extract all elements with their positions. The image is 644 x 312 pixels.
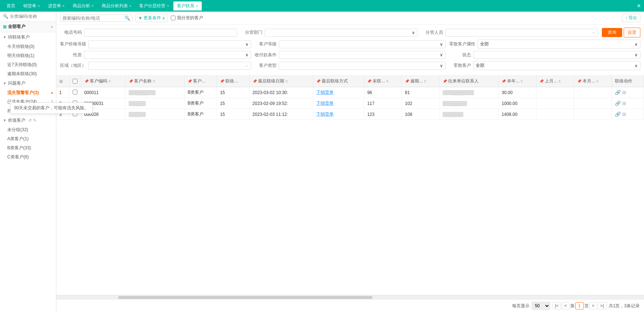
next-page-button[interactable]: >: [589, 302, 597, 309]
pin-name-icon: 📌: [129, 79, 133, 83]
filter-select-person[interactable]: ···: [445, 29, 598, 37]
my-customers-checkbox[interactable]: [171, 16, 176, 20]
filter-select-nature[interactable]: ∨: [84, 51, 251, 59]
filter-label-status: 状态: [449, 52, 471, 58]
horizontal-scrollbar[interactable]: [56, 295, 644, 299]
nav-tab-salesorder[interactable]: 销货单 ×: [20, 1, 44, 11]
sidebar-group-problem[interactable]: ▼ 问题客户: [0, 78, 56, 88]
sidebar-group-value[interactable]: ▼ 价值客户 ↺ ✎: [0, 116, 56, 125]
sidebar-item-ungrouped[interactable]: 未分组(32): [0, 125, 56, 134]
action-link-1[interactable]: 🔗: [615, 90, 621, 95]
last-method-link-3[interactable]: 下销货单: [316, 112, 334, 117]
sort-lastmonth-icon[interactable]: ⇅: [558, 80, 561, 83]
col-thisyear: 📌 本年... ⇅: [499, 76, 536, 87]
cell-check-1: [69, 87, 81, 98]
filter-select-scattercustomer[interactable]: 全部 ∨: [473, 61, 640, 70]
search-input[interactable]: [63, 16, 123, 21]
current-page-number: 1: [575, 302, 584, 309]
sidebar-search-input[interactable]: [10, 14, 56, 19]
sidebar-item-7days[interactable]: 近7天待联络(0): [0, 60, 56, 69]
col-lastmethod: 📌 最后联络方式: [313, 76, 364, 87]
export-icon: ↑: [625, 16, 627, 21]
nav-home[interactable]: 首页: [3, 1, 19, 11]
filter-select-status[interactable]: ∨: [473, 51, 640, 59]
filter-select-region[interactable]: ···: [88, 62, 251, 70]
top-nav: 首页 销货单 × 进货单 × 商品分析 × 商品分析列表 × 客户分层经营 × …: [0, 0, 644, 12]
cell-thismonth-2: [574, 98, 612, 109]
filter-select-pricelevel[interactable]: ∨: [88, 40, 251, 48]
nav-tab-customercontact[interactable]: 客户联系 ×: [173, 1, 202, 11]
sort-thisyear-icon[interactable]: ⇅: [520, 80, 523, 83]
last-page-button[interactable]: >|: [598, 302, 607, 309]
per-page-select[interactable]: 50 100 200: [532, 302, 550, 310]
action-grid-3[interactable]: ⊞: [622, 112, 626, 117]
action-grid-2[interactable]: ⊞: [622, 101, 626, 106]
sidebar-item-tomorrow[interactable]: 明天待联络(1): [0, 51, 56, 60]
search-icon: 🔍: [125, 16, 130, 21]
sort-name-icon[interactable]: ⇅: [153, 80, 156, 83]
cell-overdue-2: 102: [402, 98, 440, 109]
sidebar-item-today[interactable]: 今天待联络(0): [0, 42, 56, 51]
sort-overdue-icon[interactable]: ⇅: [424, 80, 427, 83]
cell-lastmonth-1: [536, 87, 574, 98]
close-window-button[interactable]: ✕: [637, 3, 641, 9]
action-grid-1[interactable]: ⊞: [622, 90, 626, 95]
filter-select-dept[interactable]: ∨: [265, 29, 418, 37]
close-tab-productanalysis[interactable]: ×: [92, 4, 94, 8]
settings-button[interactable]: 设置: [624, 28, 640, 37]
filter-select-customertype[interactable]: ∨: [279, 62, 446, 70]
close-tab-purchaseorder[interactable]: ×: [63, 4, 65, 8]
export-button[interactable]: ↑ 导出: [622, 14, 640, 22]
more-conditions-button[interactable]: ▼ 更多条件 ∧: [136, 14, 168, 22]
nav-tab-purchaseorder[interactable]: 进货单 ×: [44, 1, 68, 11]
filter-select-customertype-arrow: ∨: [440, 63, 443, 68]
col-action: 联络动作: [612, 76, 644, 87]
nav-tab-productanalysis[interactable]: 商品分析 ×: [69, 1, 97, 11]
nav-tab-productanalysislist[interactable]: 商品分析列表 ×: [98, 1, 135, 11]
filter-input-phone[interactable]: [84, 29, 237, 37]
sort-lastdate-icon[interactable]: ⇅: [285, 80, 288, 83]
cell-contact-3: 15: [217, 109, 249, 120]
select-all-checkbox[interactable]: [73, 79, 77, 84]
last-method-link-2[interactable]: 下销货单: [316, 101, 334, 106]
pin-overdue-icon: 📌: [405, 79, 409, 83]
close-tab-customercontact[interactable]: ×: [196, 4, 198, 8]
sort-thismonth-icon[interactable]: ⇅: [596, 80, 599, 83]
settings-icon[interactable]: ⊞: [59, 79, 63, 84]
sidebar-group-pending[interactable]: ▼ 待联络客户: [0, 32, 56, 42]
sidebar-item-c-class[interactable]: C类客户(6): [0, 153, 56, 162]
filter-panel: 电话号码 分管部门 ∨ 分管人员 ··· 查询: [56, 25, 644, 76]
first-page-button[interactable]: |<: [552, 302, 561, 309]
close-tab-customertier[interactable]: ×: [167, 4, 169, 8]
pin-uncontacted-icon: 📌: [367, 79, 371, 83]
action-link-2[interactable]: 🔗: [615, 101, 621, 106]
query-button[interactable]: 查询: [602, 28, 622, 37]
sidebar-search-wrap: 🔍: [0, 12, 56, 21]
filter-row-2: 客户价格等级 ∨ 客户等级 ∨ 零散客户属性 全部: [60, 40, 640, 49]
sidebar-collapse-button[interactable]: «: [51, 24, 53, 29]
sort-code-icon[interactable]: ⇅: [108, 80, 111, 83]
value-group-refresh[interactable]: ↺: [28, 118, 32, 123]
sidebar-item-overdue[interactable]: 逾期未联络(30): [0, 69, 56, 78]
filter-select-scatterprop[interactable]: 全部 ∨: [478, 40, 640, 49]
filter-label-nature: 性质: [60, 52, 82, 58]
col-type: 📌 客户...: [185, 76, 217, 87]
scrollbar-thumb[interactable]: [118, 296, 373, 299]
last-method-link-1[interactable]: 下销货单: [316, 90, 334, 95]
action-link-3[interactable]: 🔗: [615, 112, 621, 117]
filter-select-customerlevel[interactable]: ∨: [279, 40, 446, 48]
row-checkbox-1[interactable]: [73, 90, 77, 94]
filter-select-payment-arrow: ∨: [440, 52, 443, 57]
filter-select-payment[interactable]: ∨: [279, 51, 446, 59]
value-group-edit[interactable]: ✎: [33, 118, 36, 123]
prev-page-button[interactable]: <: [562, 302, 569, 309]
close-tab-salesorder[interactable]: ×: [38, 4, 40, 8]
sidebar-item-churn-warning[interactable]: 流失预警客户(3) ●: [0, 88, 56, 97]
sidebar-item-b-class[interactable]: B类客户(33): [0, 143, 56, 153]
close-tab-productanalysislist[interactable]: ×: [129, 4, 132, 8]
nav-tab-customertier[interactable]: 客户分层经营 ×: [136, 1, 173, 11]
cell-lastmethod-1: 下销货单: [313, 87, 364, 98]
cell-unitcontact-2: ██: [440, 98, 499, 109]
sort-uncontacted-icon[interactable]: ⇅: [386, 80, 389, 83]
sidebar-item-a-class[interactable]: A类客户(1): [0, 134, 56, 143]
